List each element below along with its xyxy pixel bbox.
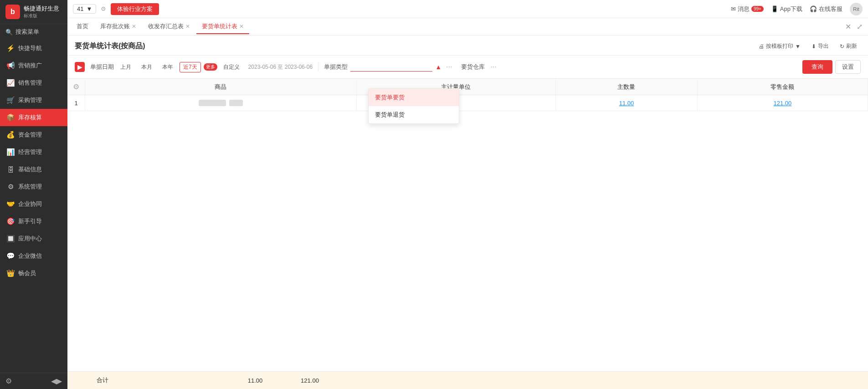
- tab-shipment_summary[interactable]: 收发存汇总表 ✕: [143, 20, 195, 34]
- date-btn-last-month[interactable]: 上月: [117, 62, 135, 72]
- sidebar-item-member[interactable]: 👑畅会员: [0, 265, 67, 282]
- date-filter-group: 单据日期 上月 本月 本年 近7天 更多 自定义: [90, 62, 243, 72]
- gear-icon[interactable]: ⚙: [101, 5, 106, 12]
- nav-label: 库存核算: [18, 113, 42, 122]
- date-btn-7days[interactable]: 近7天: [180, 62, 201, 72]
- service-icon: 🎧: [810, 5, 817, 12]
- date-range-text: 2023-05-06 至 2023-06-06: [248, 63, 313, 71]
- settings-icon[interactable]: ⚙: [5, 377, 12, 385]
- tab-requisition_stat[interactable]: 要货单统计表 ✕: [196, 20, 249, 34]
- voucher-type-dots[interactable]: ···: [446, 63, 452, 71]
- table-wrap: ⚙ 商品 主计量单位 主数量 零售金额 1 块 11.00 121.00: [67, 79, 868, 371]
- date-label: 单据日期: [90, 63, 114, 71]
- filter-bar: ▶ 单据日期 上月 本月 本年 近7天 更多 自定义 2023-05-06 至 …: [67, 56, 868, 79]
- messages-badge: 99+: [751, 6, 764, 12]
- tab-close-shipment_summary[interactable]: ✕: [185, 23, 190, 30]
- voucher-type-input[interactable]: [350, 62, 432, 72]
- sidebar-item-corpwx[interactable]: 💬企业微信: [0, 247, 67, 265]
- footer-quantity: 11.00: [228, 377, 282, 384]
- sidebar-item-marketing[interactable]: 📢营销推广: [0, 57, 67, 74]
- sales-icon: 📈: [6, 79, 15, 87]
- tab-close-inventory_batch[interactable]: ✕: [132, 23, 136, 30]
- sidebar-item-purchase[interactable]: 🛒采购管理: [0, 92, 67, 109]
- search-icon: 🔍: [5, 29, 13, 36]
- brand-sub: 标准版: [24, 13, 59, 19]
- table-settings-icon[interactable]: ⚙: [73, 83, 79, 91]
- tab-label: 库存批次账: [100, 22, 130, 31]
- filter-actions: 查询 设置: [802, 60, 861, 74]
- refresh-btn[interactable]: ↻ 刷新: [836, 41, 861, 51]
- nav-label: 企业微信: [18, 252, 42, 260]
- sidebar-item-finance[interactable]: 💰资金管理: [0, 126, 67, 143]
- filter-expand-btn[interactable]: ▶: [75, 62, 85, 72]
- maximize-icon[interactable]: ⤢: [855, 20, 864, 33]
- settings-btn[interactable]: 设置: [835, 60, 861, 74]
- voucher-type-chevron-up-icon[interactable]: ▲: [435, 63, 442, 71]
- voucher-type-dropdown: 要货单要货要货单退货: [368, 88, 459, 124]
- print-chevron-icon: ▼: [795, 43, 801, 50]
- sidebar-item-collab[interactable]: 🤝企业协同: [0, 195, 67, 213]
- sidebar-logo: b 畅捷通好生意 标准版: [0, 0, 67, 24]
- tab-home[interactable]: 首页: [71, 20, 94, 34]
- sidebar-item-basic[interactable]: 🗄基础信息: [0, 161, 67, 178]
- print-icon: 🖨: [759, 43, 764, 50]
- tab-close-requisition_stat[interactable]: ✕: [239, 23, 244, 30]
- online-service-item[interactable]: 🎧 在线客服: [810, 5, 842, 13]
- nav-label: 资金管理: [18, 131, 42, 139]
- sidebar-item-appcenter[interactable]: 🔲应用中心: [0, 230, 67, 247]
- industry-btn[interactable]: 体验行业方案: [111, 3, 159, 15]
- sidebar-search[interactable]: 🔍 搜索菜单: [0, 24, 67, 40]
- date-btn-this-year[interactable]: 本年: [159, 62, 177, 72]
- nav-label: 企业协同: [18, 200, 42, 208]
- app-download-item[interactable]: 📱 App下载: [771, 5, 802, 13]
- nav-label: 新手引导: [18, 217, 42, 225]
- print-btn[interactable]: 🖨 按模板打印 ▼: [755, 41, 804, 51]
- dropdown-item-requisition_order[interactable]: 要货单要货: [369, 89, 459, 106]
- member-icon: 👑: [6, 269, 15, 277]
- message-icon: ✉: [731, 5, 736, 12]
- appcenter-icon: 🔲: [6, 235, 15, 243]
- sidebar-item-inventory[interactable]: 📦库存核算: [0, 109, 67, 126]
- export-btn[interactable]: ⬇ 导出: [808, 41, 832, 51]
- page-actions: 🖨 按模板打印 ▼ ⬇ 导出 ↻ 刷新: [755, 41, 861, 51]
- brand-name: 畅捷通好生意: [24, 5, 59, 13]
- voucher-type-label: 单据类型: [324, 63, 348, 71]
- query-btn[interactable]: 查询: [802, 60, 832, 74]
- sidebar-item-sales[interactable]: 📈销售管理: [0, 74, 67, 92]
- footer-label: 合计: [73, 376, 173, 384]
- page-title: 要货单统计表(按商品): [75, 41, 145, 51]
- row-index: 1: [67, 95, 85, 111]
- tab-label: 收发存汇总表: [148, 22, 184, 31]
- close-all-icon[interactable]: ✕: [843, 20, 853, 33]
- sidebar-item-system[interactable]: ⚙系统管理: [0, 178, 67, 195]
- voucher-type-filter: 单据类型 ▲ ···: [324, 62, 452, 72]
- sidebar-nav: ⚡快捷导航📢营销推广📈销售管理🛒采购管理📦库存核算💰资金管理📊经营管理🗄基础信息…: [0, 40, 67, 373]
- page-header: 要货单统计表(按商品) 🖨 按模板打印 ▼ ⬇ 导出 ↻ 刷新: [67, 36, 868, 56]
- data-table: ⚙ 商品 主计量单位 主数量 零售金额 1 块 11.00 121.00: [67, 79, 868, 111]
- row-amount: 121.00: [697, 95, 868, 111]
- tab-inventory_batch[interactable]: 库存批次账 ✕: [95, 20, 142, 34]
- nav-label: 系统管理: [18, 183, 42, 191]
- warehouse-dots[interactable]: ···: [490, 63, 496, 71]
- warehouse-label: 要货仓库: [461, 63, 485, 71]
- topbar-select[interactable]: 41 ▼: [73, 4, 96, 14]
- collab-icon: 🤝: [6, 200, 15, 208]
- sidebar-item-operation[interactable]: 📊经营管理: [0, 143, 67, 161]
- messages-item[interactable]: ✉ 消息 99+: [731, 5, 764, 13]
- dropdown-item-requisition_return[interactable]: 要货单退货: [369, 106, 459, 123]
- system-icon: ⚙: [6, 183, 15, 191]
- collapse-icon[interactable]: ◀▶: [51, 377, 62, 385]
- avatar[interactable]: Rit: [850, 3, 863, 15]
- refresh-icon: ↻: [840, 43, 844, 50]
- app-logo-icon: b: [5, 5, 20, 19]
- sidebar-item-guide[interactable]: 🎯新手引导: [0, 213, 67, 230]
- table-col-settings: ⚙: [67, 79, 85, 95]
- sidebar-item-quicknav[interactable]: ⚡快捷导航: [0, 40, 67, 57]
- row-product: [85, 95, 357, 111]
- sidebar-footer: ⚙ ◀▶: [0, 373, 67, 389]
- main-wrap: 41 ▼ ⚙ 体验行业方案 ✉ 消息 99+ 📱 App下载 🎧 在线客服 Ri…: [67, 0, 868, 389]
- date-custom-btn[interactable]: 自定义: [220, 62, 243, 72]
- date-more-badge[interactable]: 更多: [204, 63, 217, 71]
- sidebar: b 畅捷通好生意 标准版 🔍 搜索菜单 ⚡快捷导航📢营销推广📈销售管理🛒采购管理…: [0, 0, 67, 389]
- date-btn-this-month[interactable]: 本月: [138, 62, 156, 72]
